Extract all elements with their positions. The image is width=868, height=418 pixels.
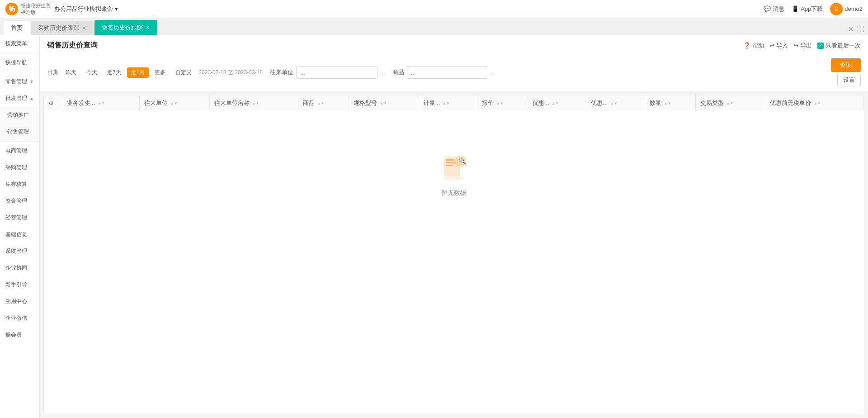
page-actions: ❓ 帮助 ↩ 导入 ↪ 导出 ✓ 只看最后一次 bbox=[743, 42, 861, 50]
sort-icon-quote: ▲▼ bbox=[496, 101, 504, 105]
date-filter-group: 日期 昨天 今天 近7天 近1月 更多 自定义 2023-02-18 至 202… bbox=[47, 67, 263, 78]
sidebar-item-system-mgmt[interactable]: 系统管理 bbox=[0, 243, 39, 260]
date-btn-more[interactable]: 更多 bbox=[151, 67, 170, 78]
sort-icon-spec: ▲▼ bbox=[380, 101, 387, 105]
settings-button[interactable]: 设置 bbox=[837, 74, 861, 86]
chevron-up-icon: ▲ bbox=[29, 96, 34, 101]
th-pretax-price[interactable]: 优惠前无税单价 ▲▼ bbox=[765, 95, 863, 111]
filter-row: 日期 昨天 今天 近7天 近1月 更多 自定义 2023-02-18 至 202… bbox=[47, 54, 861, 91]
app-download-button[interactable]: 📱 App下载 bbox=[792, 5, 823, 13]
th-discount1[interactable]: 优惠... ▲▼ bbox=[528, 95, 586, 111]
th-settings[interactable]: ⚙ bbox=[44, 95, 62, 111]
table-settings-icon[interactable]: ⚙ bbox=[48, 100, 54, 107]
tab-sales-history-close[interactable]: ✕ bbox=[146, 25, 150, 30]
date-btn-1month[interactable]: 近1月 bbox=[127, 67, 149, 78]
sidebar-divider-3 bbox=[0, 141, 39, 142]
th-quote[interactable]: 报价 ▲▼ bbox=[477, 95, 528, 111]
sidebar-item-search-menu[interactable]: 搜索菜单 bbox=[0, 35, 39, 52]
sort-icon-discount2: ▲▼ bbox=[610, 101, 618, 105]
top-bar: 畅 畅捷信好生意 标准版 办公用品行业模拟账套 ▾ 💬 消息 📱 App下载 D… bbox=[0, 0, 868, 18]
tab-bar-actions: ✕ ⛶ bbox=[848, 25, 864, 35]
sort-icon-trade-type: ▲▼ bbox=[726, 101, 733, 105]
sidebar-item-purchase-mgmt[interactable]: 采购管理 bbox=[0, 159, 39, 176]
tab-sales-history[interactable]: 销售历史价跟踪 ✕ bbox=[94, 20, 157, 35]
sort-icon-discount1: ▲▼ bbox=[552, 101, 559, 105]
date-btn-today[interactable]: 今天 bbox=[82, 67, 101, 78]
goods-lookup-icon[interactable]: ··· bbox=[491, 69, 496, 76]
th-trade-type[interactable]: 交易类型 ▲▼ bbox=[695, 95, 765, 111]
export-icon: ↪ bbox=[793, 42, 798, 49]
goods-filter-group: 商品 ··· bbox=[392, 66, 496, 79]
user-menu[interactable]: D demo2 bbox=[830, 3, 863, 15]
date-btn-yesterday[interactable]: 昨天 bbox=[61, 67, 80, 78]
tab-close-window-icon[interactable]: ✕ bbox=[848, 25, 854, 33]
th-unit[interactable]: 计量... ▲▼ bbox=[419, 95, 477, 111]
sidebar-item-basic-info[interactable]: 基础信息 bbox=[0, 226, 39, 243]
tab-purchase-history-close[interactable]: ✕ bbox=[82, 25, 86, 31]
sidebar-item-finance-mgmt[interactable]: 资金管理 bbox=[0, 193, 39, 209]
tab-bar: 首页 采购历史价跟踪 ✕ 销售历史价跟踪 ✕ ✕ ⛶ bbox=[0, 18, 868, 35]
sort-icon-partner-name: ▲▼ bbox=[252, 101, 259, 105]
th-partner-name[interactable]: 往来单位名称 ▲▼ bbox=[209, 95, 298, 111]
sort-icon-partner-code: ▲▼ bbox=[170, 101, 178, 105]
avatar: D bbox=[830, 3, 843, 15]
checkbox-icon: ✓ bbox=[817, 43, 824, 49]
tab-purchase-history-label: 采购历史价跟踪 bbox=[38, 24, 79, 32]
query-button[interactable]: 查询 bbox=[831, 58, 861, 72]
sidebar-item-app-center[interactable]: 应用中心 bbox=[0, 293, 39, 310]
sidebar-item-marketing[interactable]: 营销推广 bbox=[0, 107, 39, 124]
date-btn-7days[interactable]: 近7天 bbox=[103, 67, 125, 78]
goods-label: 商品 bbox=[392, 68, 404, 76]
th-partner-code[interactable]: 往来单位 ▲▼ bbox=[140, 95, 209, 111]
svg-point-0 bbox=[444, 176, 464, 180]
import-icon: ↩ bbox=[769, 42, 774, 49]
date-range-text: 2023-02-18 至 2023-03-18 bbox=[198, 69, 262, 76]
th-quantity[interactable]: 数量 ▲▼ bbox=[645, 95, 695, 111]
sidebar-item-retail-mgmt[interactable]: 零售管理 ▼ bbox=[0, 73, 39, 90]
sidebar-item-member[interactable]: 畅会员 bbox=[0, 327, 39, 343]
sidebar-item-enterprise-collab[interactable]: 企业协同 bbox=[0, 260, 39, 276]
tab-purchase-history[interactable]: 采购历史价跟踪 ✕ bbox=[31, 21, 94, 35]
message-button[interactable]: 💬 消息 bbox=[764, 5, 784, 13]
sort-icon-goods: ▲▼ bbox=[317, 101, 325, 105]
sidebar-item-enterprise-wechat[interactable]: 企业微信 bbox=[0, 310, 39, 327]
sidebar-item-new-guide[interactable]: 新手引导 bbox=[0, 276, 39, 293]
logo-icon: 畅 bbox=[5, 3, 18, 15]
main-layout: 搜索菜单 快捷导航 零售管理 ▼ 批发管理 ▲ 营销推广 销售管理 电商管理 bbox=[0, 35, 868, 418]
empty-text: 暂无数据 bbox=[441, 189, 467, 197]
sidebar-sub-wholesale: 营销推广 销售管理 bbox=[0, 107, 39, 140]
goods-input[interactable] bbox=[407, 66, 488, 79]
sidebar-item-wholesale-mgmt[interactable]: 批发管理 ▲ bbox=[0, 90, 39, 107]
logo-text: 畅捷信好生意 标准版 bbox=[21, 2, 51, 15]
only-last-checkbox[interactable]: ✓ 只看最后一次 bbox=[817, 42, 861, 50]
th-spec[interactable]: 规格型号 ▲▼ bbox=[349, 95, 419, 111]
sort-icon-quantity: ▲▼ bbox=[664, 101, 671, 105]
th-goods[interactable]: 商品 ▲▼ bbox=[298, 95, 349, 111]
download-icon: 📱 bbox=[792, 5, 799, 12]
table-container: ⚙ 业务发生... ▲▼ 往来单位 ▲▼ 往来单位名称 ▲▼ bbox=[43, 95, 864, 414]
logo-area: 畅 畅捷信好生意 标准版 bbox=[5, 2, 51, 15]
sidebar-item-quick-nav[interactable]: 快捷导航 bbox=[0, 54, 39, 71]
partner-lookup-icon[interactable]: ··· bbox=[380, 69, 385, 76]
tab-expand-icon[interactable]: ⛶ bbox=[857, 25, 864, 33]
export-button[interactable]: ↪ 导出 bbox=[793, 42, 812, 50]
sidebar-item-ecommerce-mgmt[interactable]: 电商管理 bbox=[0, 142, 39, 159]
tab-home-label: 首页 bbox=[11, 24, 23, 32]
tab-sales-history-label: 销售历史价跟踪 bbox=[102, 24, 143, 32]
sort-icon-pretax-price: ▲▼ bbox=[814, 101, 821, 105]
app-selector[interactable]: 办公用品行业模拟账套 ▾ bbox=[54, 5, 118, 13]
sidebar-item-sales-mgmt[interactable]: 销售管理 bbox=[0, 124, 39, 140]
import-button[interactable]: ↩ 导入 bbox=[769, 42, 788, 50]
help-button[interactable]: ❓ 帮助 bbox=[743, 42, 764, 50]
th-discount2[interactable]: 优惠... ▲▼ bbox=[586, 95, 645, 111]
partner-filter-group: 往来单位 ··· bbox=[270, 66, 385, 79]
tab-home[interactable]: 首页 bbox=[4, 21, 30, 35]
partner-input[interactable] bbox=[296, 66, 377, 79]
th-biz-date[interactable]: 业务发生... ▲▼ bbox=[62, 95, 140, 111]
sidebar-item-inventory-check[interactable]: 库存核算 bbox=[0, 176, 39, 193]
sidebar-item-operations-mgmt[interactable]: 经营管理 bbox=[0, 209, 39, 226]
date-btn-custom[interactable]: 自定义 bbox=[171, 67, 196, 78]
empty-icon: 🔍 bbox=[436, 147, 472, 184]
sidebar-divider-2 bbox=[0, 72, 39, 72]
page-title-row: 销售历史价查询 ❓ 帮助 ↩ 导入 ↪ 导出 ✓ bbox=[47, 41, 861, 50]
